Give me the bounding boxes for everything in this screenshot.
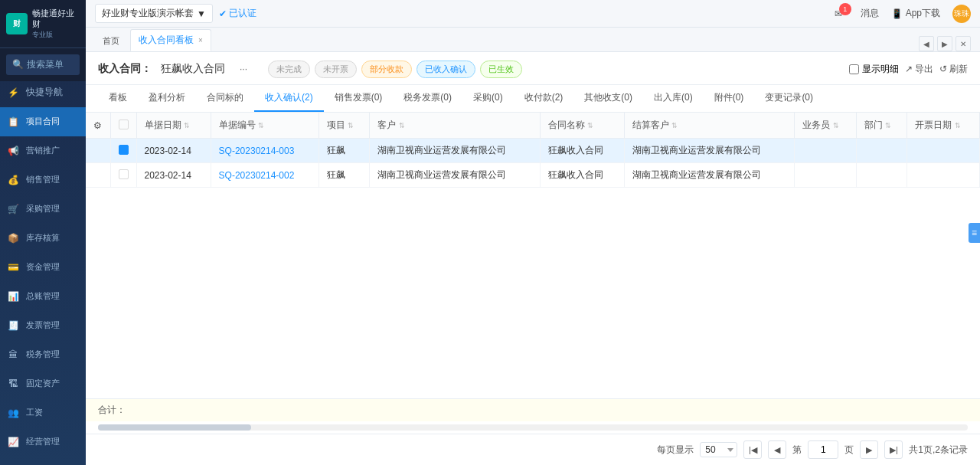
page-first-button[interactable]: |◀ xyxy=(743,440,762,459)
sidebar-item-fixed-assets[interactable]: 🏗 固定资产 xyxy=(0,369,86,398)
refresh-button[interactable]: ↺ 刷新 xyxy=(939,63,968,76)
row-number-link[interactable]: SQ-20230214-003 xyxy=(219,146,295,156)
status-partial-button[interactable]: 部分收款 xyxy=(361,61,412,78)
th-invoice-date[interactable]: 开票日期 ⇅ xyxy=(907,113,980,139)
per-page-select[interactable]: 20 50 100 200 xyxy=(700,442,737,457)
ops-label: 经营管理 xyxy=(26,436,60,447)
row-checkbox[interactable] xyxy=(119,145,129,155)
sidebar-item-marketing[interactable]: 📢 营销推广 xyxy=(0,136,86,165)
mobile-icon: 📱 xyxy=(891,8,903,19)
tab-contract-std[interactable]: 合同标的 xyxy=(196,85,254,112)
project-label: 项目合同 xyxy=(26,116,60,127)
tab-sales-invoice[interactable]: 销售发票(0) xyxy=(324,85,394,112)
row-checkbox[interactable] xyxy=(119,169,129,179)
th-settings[interactable]: ⚙ xyxy=(86,113,110,139)
th-dept[interactable]: 部门 ⇅ xyxy=(856,113,906,139)
th-customer[interactable]: 客户 ⇅ xyxy=(370,113,541,139)
user-menu[interactable]: 珠珠 xyxy=(952,5,971,23)
sub-tabs: 看板 盈利分析 合同标的 收入确认(2) 销售发票(0) 税务发票(0) 采购(… xyxy=(86,85,980,113)
sidebar-item-inventory[interactable]: 📦 库存核算 xyxy=(0,224,86,253)
home-tab[interactable]: 首页 xyxy=(95,31,127,51)
status-confirmed-button[interactable]: 已收入确认 xyxy=(416,61,475,78)
status-uninvoiced-button[interactable]: 未开票 xyxy=(315,61,357,78)
tab-kanban[interactable]: 看板 xyxy=(98,85,138,112)
tab-other-income[interactable]: 其他收支(0) xyxy=(573,85,643,112)
th-project[interactable]: 项目 ⇅ xyxy=(318,113,369,139)
message-button[interactable]: ✉ 1 消息 xyxy=(835,7,879,20)
export-button[interactable]: ↗ 导出 xyxy=(905,63,933,76)
tab-next-button[interactable]: ▶ xyxy=(937,36,952,51)
tab-purchase[interactable]: 采购(0) xyxy=(462,85,514,112)
search-menu-button[interactable]: 🔍 搜索菜单 xyxy=(6,54,80,75)
tab-inout-label: 出入库(0) xyxy=(654,92,693,103)
tab-prev-button[interactable]: ◀ xyxy=(919,36,934,51)
sidebar-item-sales[interactable]: 💰 销售管理 xyxy=(0,165,86,195)
th-date[interactable]: 单据日期 ⇅ xyxy=(136,113,211,139)
sort-project-icon: ⇅ xyxy=(348,122,354,129)
company-selector[interactable]: 好业财专业版演示帐套 ▼ xyxy=(95,4,213,23)
tab-other-income-label: 其他收支(0) xyxy=(584,92,632,103)
quick-nav-item[interactable]: ⚡ 快捷导航 xyxy=(0,81,86,104)
tab-profit[interactable]: 盈利分析 xyxy=(138,85,196,112)
tax-label: 税务管理 xyxy=(26,349,60,360)
table-row[interactable]: 2023-02-14 SQ-20230214-002 狂飙 湖南卫视商业运营发展… xyxy=(86,163,980,188)
tab-income-confirm[interactable]: 收入确认(2) xyxy=(254,85,324,112)
row-contract-name: 狂飙收入合同 xyxy=(540,139,624,163)
tab-attachments[interactable]: 附件(0) xyxy=(704,85,755,112)
row-number[interactable]: SQ-20230214-002 xyxy=(211,163,318,188)
data-table: ⚙ 单据日期 ⇅ 单据编号 ⇅ xyxy=(86,113,980,188)
row-checkbox-cell[interactable] xyxy=(110,163,136,188)
sidebar-item-purchase[interactable]: 🛒 采购管理 xyxy=(0,195,86,224)
horizontal-scrollbar[interactable] xyxy=(98,424,968,431)
invoice-label: 发票管理 xyxy=(26,319,60,331)
more-button[interactable]: ··· xyxy=(234,60,253,78)
marketing-label: 营销推广 xyxy=(26,145,60,156)
hr-icon: 👥 xyxy=(6,406,20,420)
scrollbar-thumb[interactable] xyxy=(98,424,251,431)
status-effective-button[interactable]: 已生效 xyxy=(480,61,522,78)
marketing-icon: 📢 xyxy=(6,144,20,158)
row-checkbox-cell[interactable] xyxy=(110,139,136,163)
row-number-link[interactable]: SQ-20230214-002 xyxy=(219,170,295,181)
tab-payment[interactable]: 收付款(2) xyxy=(514,85,574,112)
page-number-input[interactable] xyxy=(808,440,838,459)
page-next-button[interactable]: ▶ xyxy=(860,440,878,459)
purchase-label: 采购管理 xyxy=(26,203,60,214)
app-download-button[interactable]: 📱 App下载 xyxy=(891,7,940,20)
tab-inout[interactable]: 出入库(0) xyxy=(643,85,704,112)
header-checkbox[interactable] xyxy=(119,120,129,129)
row-number[interactable]: SQ-20230214-003 xyxy=(211,139,318,163)
notification-badge: 1 xyxy=(839,3,851,15)
company-dropdown-icon: ▼ xyxy=(197,8,206,19)
right-action-item[interactable]: ≡ xyxy=(969,223,980,243)
page-prev-button[interactable]: ◀ xyxy=(768,440,786,459)
th-billing-customer-label: 结算客户 xyxy=(632,120,669,130)
th-salesperson[interactable]: 业务员 ⇅ xyxy=(795,113,857,139)
sidebar-item-ops[interactable]: 📈 经营管理 xyxy=(0,427,86,457)
th-billing-customer[interactable]: 结算客户 ⇅ xyxy=(624,113,795,139)
tab-change-log[interactable]: 变更记录(0) xyxy=(754,85,824,112)
display-detail-input[interactable] xyxy=(849,64,859,74)
display-detail-label: 显示明细 xyxy=(862,63,899,76)
sidebar-item-hr[interactable]: 👥 工资 xyxy=(0,398,86,427)
close-tab-button[interactable]: × xyxy=(198,36,203,44)
sidebar-item-general[interactable]: 📊 总账管理 xyxy=(0,282,86,311)
search-label: 搜索菜单 xyxy=(27,58,64,71)
message-label: 消息 xyxy=(861,7,879,20)
row-billing-customer: 湖南卫视商业运营发展有限公司 xyxy=(624,139,795,163)
table-row[interactable]: 2023-02-14 SQ-20230214-003 狂飙 湖南卫视商业运营发展… xyxy=(86,139,980,163)
th-number[interactable]: 单据编号 ⇅ xyxy=(211,113,318,139)
sidebar-item-invoice[interactable]: 🧾 发票管理 xyxy=(0,311,86,340)
tab-close-button[interactable]: ✕ xyxy=(956,36,971,51)
sidebar-item-project[interactable]: 📋 项目合同 xyxy=(0,107,86,136)
tab-tax-invoice[interactable]: 税务发票(0) xyxy=(393,85,462,112)
sidebar-item-funds[interactable]: 💳 资金管理 xyxy=(0,253,86,282)
page-last-button[interactable]: ▶| xyxy=(884,440,903,459)
display-detail-checkbox[interactable]: 显示明细 xyxy=(849,63,899,76)
sidebar-item-small-report[interactable]: 📰 小畅报告 xyxy=(0,457,86,465)
active-tab[interactable]: 收入合同看板 × xyxy=(130,29,211,51)
th-checkbox[interactable] xyxy=(110,113,136,139)
status-uncomplete-button[interactable]: 未完成 xyxy=(268,61,310,78)
th-contract-name[interactable]: 合同名称 ⇅ xyxy=(540,113,624,139)
sidebar-item-tax[interactable]: 🏛 税务管理 xyxy=(0,340,86,369)
